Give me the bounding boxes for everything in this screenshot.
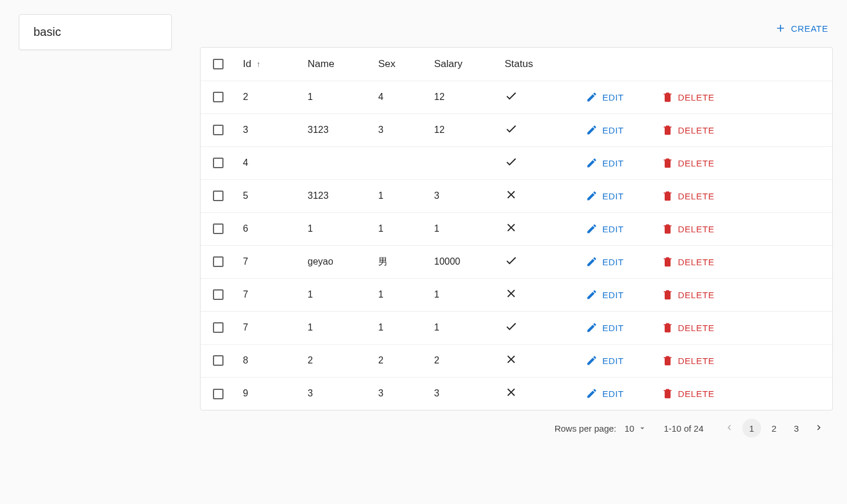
- cell-salary: 3: [427, 179, 498, 212]
- cell-name: 1: [301, 278, 371, 311]
- edit-button[interactable]: EDIT: [581, 351, 629, 370]
- cell-id: 9: [236, 377, 301, 410]
- edit-button-label: EDIT: [602, 92, 624, 102]
- cell-status: [498, 179, 574, 212]
- delete-button[interactable]: DELETE: [657, 318, 719, 337]
- rows-per-page-select[interactable]: 10: [625, 423, 648, 433]
- cell-sex: 1: [371, 212, 427, 245]
- check-icon: [505, 259, 518, 269]
- edit-button-label: EDIT: [602, 125, 624, 135]
- edit-button[interactable]: EDIT: [581, 121, 629, 139]
- row-checkbox[interactable]: [213, 289, 224, 300]
- pencil-icon: [586, 256, 598, 268]
- cell-salary: [427, 146, 498, 179]
- sort-asc-icon: ↑: [256, 59, 261, 69]
- table-row: 33123312EDITDELETE: [201, 114, 832, 146]
- cell-id: 4: [236, 146, 301, 179]
- delete-button-label: DELETE: [678, 92, 715, 102]
- edit-button-label: EDIT: [602, 224, 624, 234]
- cell-salary: 3: [427, 377, 498, 410]
- edit-button[interactable]: EDIT: [581, 318, 629, 337]
- column-header-id[interactable]: Id ↑: [236, 48, 301, 81]
- cell-name: [301, 146, 371, 179]
- create-button[interactable]: CREATE: [770, 19, 833, 38]
- delete-button[interactable]: DELETE: [657, 121, 719, 139]
- pencil-icon: [586, 322, 598, 333]
- column-header-salary[interactable]: Salary: [427, 48, 498, 81]
- column-header-name[interactable]: Name: [301, 48, 371, 81]
- cell-name: 3123: [301, 179, 371, 212]
- cell-name: 2: [301, 344, 371, 377]
- main-content: CREATE Id ↑ Name Sex Sal: [200, 14, 833, 440]
- edit-button[interactable]: EDIT: [581, 186, 629, 205]
- delete-button[interactable]: DELETE: [657, 252, 719, 271]
- pager-page-2[interactable]: 2: [765, 419, 783, 438]
- column-header-sex[interactable]: Sex: [371, 48, 427, 81]
- delete-button-label: DELETE: [678, 323, 715, 333]
- delete-button-label: DELETE: [678, 389, 715, 399]
- trash-icon: [662, 322, 673, 333]
- cell-sex: 4: [371, 81, 427, 114]
- cross-icon: [505, 226, 518, 236]
- edit-button-label: EDIT: [602, 191, 624, 201]
- plus-icon: [775, 22, 786, 34]
- cell-salary: 1: [427, 212, 498, 245]
- sidebar-card[interactable]: basic: [19, 14, 172, 50]
- pager-page-1[interactable]: 1: [742, 419, 761, 438]
- data-table: Id ↑ Name Sex Salary Status 21412EDITDEL…: [200, 47, 833, 410]
- row-checkbox[interactable]: [213, 322, 224, 333]
- rows-per-page-label: Rows per page:: [555, 423, 616, 433]
- cell-status: [498, 81, 574, 114]
- trash-icon: [662, 289, 673, 301]
- table-row: 7111EDITDELETE: [201, 311, 832, 344]
- pager-page-3[interactable]: 3: [787, 419, 806, 438]
- cell-salary: 2: [427, 344, 498, 377]
- delete-button-label: DELETE: [678, 224, 715, 234]
- edit-button[interactable]: EDIT: [581, 285, 629, 304]
- delete-button[interactable]: DELETE: [657, 384, 719, 403]
- cell-name: 3123: [301, 114, 371, 146]
- cross-icon: [505, 358, 518, 368]
- delete-button[interactable]: DELETE: [657, 285, 719, 304]
- delete-button-label: DELETE: [678, 257, 715, 267]
- cell-status: [498, 212, 574, 245]
- cross-icon: [505, 292, 518, 302]
- row-checkbox[interactable]: [213, 158, 224, 168]
- row-checkbox[interactable]: [213, 191, 224, 201]
- cell-id: 8: [236, 344, 301, 377]
- edit-button-label: EDIT: [602, 323, 624, 333]
- row-checkbox[interactable]: [213, 125, 224, 135]
- trash-icon: [662, 190, 673, 202]
- pencil-icon: [586, 355, 598, 366]
- chevron-right-icon: [813, 422, 824, 435]
- edit-button-label: EDIT: [602, 290, 624, 300]
- column-header-status[interactable]: Status: [498, 48, 574, 81]
- edit-button[interactable]: EDIT: [581, 219, 629, 238]
- cell-status: [498, 245, 574, 278]
- delete-button[interactable]: DELETE: [657, 88, 719, 106]
- row-checkbox[interactable]: [213, 92, 224, 102]
- select-all-checkbox[interactable]: [213, 59, 224, 69]
- pencil-icon: [586, 157, 598, 169]
- edit-button[interactable]: EDIT: [581, 153, 629, 172]
- delete-button[interactable]: DELETE: [657, 186, 719, 205]
- delete-button-label: DELETE: [678, 125, 715, 135]
- pager-next-button[interactable]: [809, 419, 828, 438]
- row-checkbox[interactable]: [213, 389, 224, 399]
- delete-button[interactable]: DELETE: [657, 351, 719, 370]
- row-checkbox[interactable]: [213, 256, 224, 267]
- edit-button[interactable]: EDIT: [581, 88, 629, 106]
- cell-name: 1: [301, 311, 371, 344]
- delete-button[interactable]: DELETE: [657, 219, 719, 238]
- cell-id: 2: [236, 81, 301, 114]
- chevron-left-icon: [724, 422, 735, 435]
- edit-button[interactable]: EDIT: [581, 384, 629, 403]
- table-row: 9333EDITDELETE: [201, 377, 832, 410]
- pager-prev-button: [720, 419, 739, 438]
- delete-button[interactable]: DELETE: [657, 153, 719, 172]
- row-checkbox[interactable]: [213, 223, 224, 234]
- edit-button[interactable]: EDIT: [581, 252, 629, 271]
- trash-icon: [662, 388, 673, 399]
- row-checkbox[interactable]: [213, 355, 224, 366]
- cell-id: 7: [236, 245, 301, 278]
